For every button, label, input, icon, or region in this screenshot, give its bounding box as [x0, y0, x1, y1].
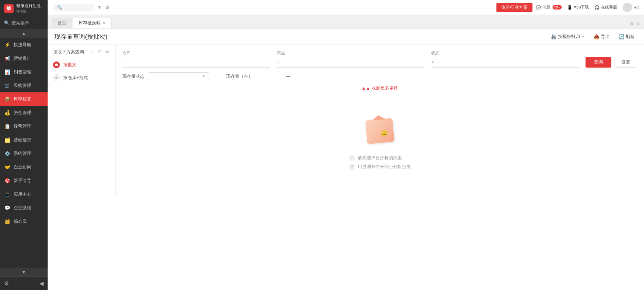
- collapse-icon[interactable]: ◀: [39, 280, 44, 287]
- tab-home[interactable]: 首页: [52, 18, 72, 28]
- purchase-icon: 🛒: [4, 83, 10, 89]
- filter-option-by-batch-label: 按批次: [63, 62, 77, 68]
- filter-field-product: 商品 ···: [277, 50, 424, 68]
- quick-nav-icon: ⚡: [4, 42, 10, 48]
- stock-status-select[interactable]: ▼: [148, 72, 209, 80]
- sidebar-item-label: 资金管理: [14, 110, 31, 116]
- tab-bar-close-icon[interactable]: ✕: [629, 20, 634, 28]
- filter-add-icon[interactable]: ＋: [90, 49, 95, 55]
- refresh-label: 刷新: [626, 34, 634, 40]
- empty-face-icon: 😐: [377, 128, 391, 139]
- sidebar-scroll-down[interactable]: ▼: [0, 268, 48, 276]
- empty-box: 😐: [365, 118, 394, 144]
- tab-bar-arrow-icon[interactable]: ❯: [637, 21, 640, 26]
- filter-option-warehouse-batch-icon: [53, 74, 60, 81]
- headset-icon: 🎧: [594, 5, 599, 10]
- trial-btn[interactable]: 体验行业方案: [496, 3, 532, 12]
- sidebar-item-marketing[interactable]: 📢 营销推广: [0, 52, 48, 65]
- sidebar-item-label: 新手引导: [14, 178, 31, 184]
- sidebar-item-label: 系统管理: [14, 150, 31, 157]
- page-titlebar: 现存量查询(按批次) 🖨️ 按模板打印 ▼ 📤 导出 🔄 刷新: [48, 29, 644, 45]
- sidebar-item-apps[interactable]: 📱 应用中心: [0, 187, 48, 201]
- filter-option-batch-icon: [53, 61, 60, 68]
- status-input[interactable]: ▼: [431, 57, 579, 68]
- filter-collapse-btn[interactable]: ▲▲ 收起更多条件: [122, 82, 637, 94]
- filter-sidebar: 按以下方案查询 ＋ ⊙ ≪ 按批次: [48, 45, 116, 196]
- sidebar-item-label: 基础信息: [14, 137, 31, 143]
- tab-close-icon[interactable]: ✕: [103, 21, 106, 25]
- tip-text-1: 请先选择要分析的方案: [358, 155, 402, 161]
- filter-settings-icon[interactable]: ⊙: [98, 49, 102, 55]
- tip-text-2: 用过滤条件来缩小分析范围: [358, 164, 411, 170]
- sidebar-item-label: 应用中心: [14, 191, 31, 197]
- tab-home-label: 首页: [57, 20, 66, 26]
- sidebar-item-vip[interactable]: 👑 畅会员: [0, 215, 48, 228]
- warehouse-input[interactable]: ···: [122, 57, 270, 68]
- tab-inventory-batch[interactable]: 库存批次账 ✕: [73, 18, 112, 28]
- tab-inventory-batch-label: 库存批次账: [79, 20, 101, 26]
- empty-tip-2: 2 用过滤条件来缩小分析范围: [349, 164, 411, 170]
- topbar-search[interactable]: 🔍: [53, 4, 94, 11]
- online-service-action[interactable]: 🎧 在线客服: [594, 4, 617, 10]
- sidebar-item-quick-nav[interactable]: ⚡ 快捷导航: [0, 38, 48, 52]
- sidebar-item-purchase[interactable]: 🛒 采购管理: [0, 79, 48, 92]
- print-dropdown-icon[interactable]: ▼: [581, 35, 585, 38]
- messages-badge: 99+: [553, 5, 562, 10]
- product-label: 商品: [277, 50, 424, 56]
- filter-main: 仓库 ··· 商品 ···: [116, 45, 644, 196]
- sidebar-item-label: 销售管理: [14, 69, 31, 75]
- sidebar-scroll-up[interactable]: ▲: [0, 29, 48, 38]
- topbar-dropdown-icon[interactable]: ▼: [97, 5, 102, 10]
- product-input[interactable]: ···: [277, 57, 424, 68]
- sidebar-item-newbie[interactable]: 🎯 新手引导: [0, 174, 48, 187]
- filter-collapse-icon[interactable]: ≪: [105, 49, 110, 55]
- messages-label: 消息: [542, 4, 550, 10]
- app-download-action[interactable]: 📱 App下载: [567, 4, 589, 10]
- sidebar-item-enterprise[interactable]: 🤝 企业协同: [0, 160, 48, 174]
- sidebar-item-system[interactable]: ⚙️ 系统管理: [0, 147, 48, 160]
- refresh-action[interactable]: 🔄 刷新: [616, 32, 637, 41]
- settings-icon[interactable]: ⚙: [4, 280, 9, 287]
- print-label: 按模板打印: [558, 34, 580, 40]
- status-dropdown-icon: ▼: [431, 60, 435, 64]
- sidebar-item-wechat[interactable]: 💬 企业微信: [0, 201, 48, 215]
- sidebar-search[interactable]: 🔍 搜索菜单: [0, 17, 48, 29]
- topbar-gear-icon[interactable]: ⚙: [105, 4, 109, 11]
- print-action[interactable]: 🖨️ 按模板打印 ▼: [548, 32, 588, 41]
- page-title: 现存量查询(按批次): [54, 33, 548, 41]
- sidebar-item-operations[interactable]: 📋 经营管理: [0, 120, 48, 133]
- export-icon: 📤: [594, 34, 599, 39]
- export-action[interactable]: 📤 导出: [591, 32, 612, 41]
- stock-qty-min-input[interactable]: [256, 73, 283, 80]
- message-icon: 💬: [536, 5, 541, 10]
- filter-sidebar-title: 按以下方案查询 ＋ ⊙ ≪: [48, 49, 115, 58]
- sidebar-item-label: 企业协同: [14, 164, 31, 170]
- filter-option-by-batch[interactable]: 按批次: [48, 58, 115, 71]
- sidebar-item-basic[interactable]: 🗂️ 基础信息: [0, 133, 48, 147]
- stock-qty-max-input[interactable]: [293, 73, 320, 80]
- settings-button[interactable]: 设置: [614, 57, 637, 68]
- sidebar-item-label: 经营管理: [14, 123, 31, 129]
- basic-icon: 🗂️: [4, 137, 10, 143]
- enterprise-icon: 🤝: [4, 164, 10, 170]
- filter-field-warehouse: 仓库 ···: [122, 50, 270, 68]
- sales-icon: 📊: [4, 69, 10, 75]
- query-button[interactable]: 查询: [586, 57, 611, 68]
- apps-icon: 📱: [4, 191, 10, 197]
- content-area: 现存量查询(按批次) 🖨️ 按模板打印 ▼ 📤 导出 🔄 刷新: [48, 29, 644, 290]
- sidebar-item-finance[interactable]: 💰 资金管理: [0, 106, 48, 120]
- filter-row-1: 仓库 ··· 商品 ···: [122, 50, 637, 68]
- filter-option-by-warehouse-batch[interactable]: 按仓库+批次: [48, 71, 115, 84]
- stock-qty-range: —: [256, 73, 320, 80]
- app-title: 畅康通好生意: [16, 3, 41, 9]
- empty-tips: 1 请先选择要分析的方案 2 用过滤条件来缩小分析范围: [349, 155, 411, 170]
- app-info: 畅康通好生意 标准版: [16, 3, 41, 14]
- messages-action[interactable]: 💬 消息 99+: [536, 4, 562, 10]
- sidebar-item-sales[interactable]: 📊 销售管理: [0, 65, 48, 79]
- user-action[interactable]: Rit: [623, 3, 639, 12]
- empty-icon: 😐: [359, 114, 400, 148]
- username-label: Rit: [633, 5, 639, 10]
- wechat-icon: 💬: [4, 205, 10, 211]
- svg-point-0: [55, 64, 58, 66]
- sidebar-item-inventory[interactable]: 📦 库存核算: [0, 92, 48, 106]
